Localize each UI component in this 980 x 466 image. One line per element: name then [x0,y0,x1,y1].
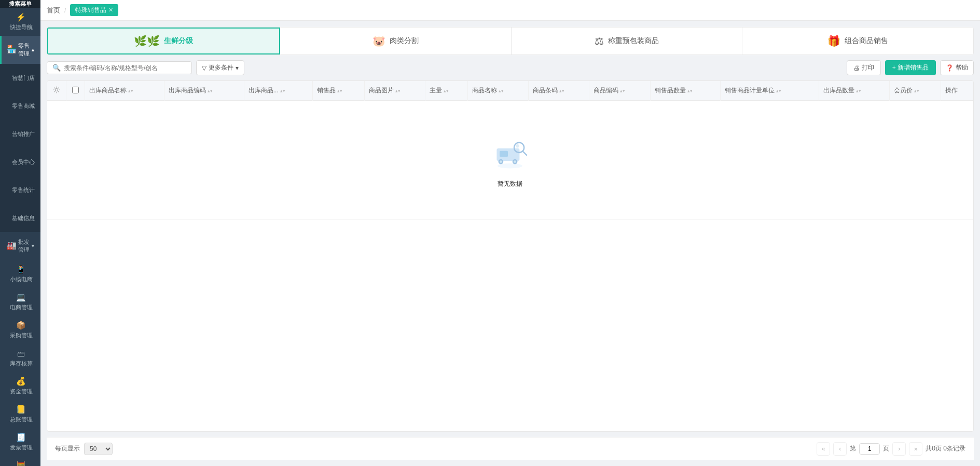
ecom-mgmt-icon: 💻 [16,293,26,302]
data-table-wrap: 出库商品名称 ▴▾ 出库商品编码 ▴▾ 出库商品 [47,80,974,432]
col-out-code[interactable]: 出库商品编码 ▴▾ [164,81,244,101]
mini-ecom-label: 小畅电商 [10,276,33,283]
member-label: 会员中心 [12,158,35,166]
sort-icon-product-code: ▴▾ [620,88,625,93]
pagination-bar: 每页显示 20 50 100 « ‹ 第 页 › [47,437,974,460]
cat-tab-weigh-pack[interactable]: ⚖ 称重预包装商品 [512,28,743,54]
col-sales-unit[interactable]: 销售商品计量单位 ▴▾ [721,81,819,101]
smart-store-label: 智慧门店 [12,74,35,82]
sidebar-item-ledger[interactable]: 📒 总账管理 [0,400,40,428]
page-input[interactable] [859,443,880,455]
select-all-checkbox[interactable] [72,87,79,93]
weigh-pack-icon: ⚖ [595,35,604,47]
help-button[interactable]: ❓ 帮助 [940,60,974,75]
active-tab-tag[interactable]: 特殊销售品 ✕ [70,4,118,16]
first-page-icon: « [822,445,825,453]
sidebar-logo-text: 搜索菜单 [9,0,32,8]
sidebar-item-invoice[interactable]: 🧾 发票管理 [0,428,40,456]
sort-icon-sales-qty: ▴▾ [687,88,693,93]
print-button[interactable]: 🖨 打印 [847,60,881,75]
page-unit: 页 [883,444,889,453]
col-product-code[interactable]: 商品编码 ▴▾ [589,81,650,101]
sidebar-item-tax[interactable]: 🧮 税务管理 [0,456,40,466]
filter-button[interactable]: ▽ 更多条件 ▾ [196,60,244,75]
help-icon: ❓ [946,64,954,72]
col-check[interactable] [66,81,85,101]
sort-icon-sales-item: ▴▾ [337,88,342,93]
table-body: 暂无数据 [47,101,973,220]
col-out-name[interactable]: 出库商品名称 ▴▾ [85,81,164,101]
filter-label: 更多条件 [209,63,233,72]
col-barcode-label: 商品条码 [533,86,558,95]
gear-icon [53,86,60,93]
search-input[interactable] [64,64,186,72]
last-page-button[interactable]: » [909,442,922,456]
sidebar-item-purchase[interactable]: 📦 采购管理 [0,316,40,344]
breadcrumb-separator: / [64,7,66,14]
sidebar-item-mini-ecom[interactable]: 📱 小畅电商 [0,260,40,288]
col-member-price[interactable]: 会员价 ▴▾ [889,81,941,101]
meat-split-icon: 🐷 [372,35,385,47]
sidebar-item-finance[interactable]: 💰 资金管理 [0,372,40,400]
wholesale-label: 批发管理 [17,238,31,254]
col-gear[interactable] [47,81,66,101]
col-out-qty-label: 出库品数量 [823,86,854,95]
first-page-button[interactable]: « [817,442,830,456]
col-product-img[interactable]: 商品图片 ▴▾ [364,81,425,101]
svg-point-5 [500,160,502,163]
fresh-grade-label: 生鲜分级 [164,36,193,46]
combo-sales-icon: 🎁 [827,35,840,47]
sidebar-item-promotion[interactable]: 营销推广 [0,120,40,148]
sort-icon-out-code: ▴▾ [208,88,213,93]
col-main-weight[interactable]: 主量 ▴▾ [425,81,467,101]
col-main-weight-label: 主量 [430,86,442,95]
inventory-label: 库存核算 [10,360,33,367]
add-label: + 新增销售品 [892,63,929,72]
col-sales-item[interactable]: 销售品 ▴▾ [313,81,364,101]
sort-icon-out-spec: ▴▾ [280,88,285,93]
data-table: 出库商品名称 ▴▾ 出库商品编码 ▴▾ 出库商品 [47,81,973,220]
sidebar-item-retail-stats[interactable]: 零售统计 [0,176,40,204]
sidebar-item-member[interactable]: 会员中心 [0,148,40,176]
cat-tab-fresh-grade[interactable]: 🌿🌿 生鲜分级 [47,28,280,54]
purchase-icon: 📦 [16,321,26,330]
sidebar-item-inventory[interactable]: 🗃 库存核算 [0,344,40,372]
filter-chevron-icon: ▾ [236,64,239,72]
pagination-left: 每页显示 20 50 100 [55,443,113,455]
add-button[interactable]: + 新增销售品 [885,60,936,75]
breadcrumb-home[interactable]: 首页 [47,6,60,15]
inventory-icon: 🗃 [17,349,25,358]
col-product-name[interactable]: 商品名称 ▴▾ [467,81,528,101]
tab-close-icon[interactable]: ✕ [108,7,113,13]
sidebar-item-basic-info[interactable]: 基础信息 [0,204,40,232]
cat-tab-combo-sales[interactable]: 🎁 组合商品销售 [742,28,973,54]
sidebar-item-quick-nav[interactable]: ⚡ 快捷导航 [0,8,40,36]
promotion-label: 营销推广 [12,130,35,138]
col-out-spec[interactable]: 出库商品... ▴▾ [244,81,313,101]
sidebar-item-retail-mgmt[interactable]: 🏪 零售管理 ▲ [0,36,40,64]
col-sales-qty[interactable]: 销售品数量 ▴▾ [650,81,721,101]
search-box[interactable]: 🔍 [47,61,192,74]
active-tab-label: 特殊销售品 [75,6,106,15]
sidebar-item-smart-store[interactable]: 智慧门店 [0,64,40,92]
fresh-grade-icon: 🌿🌿 [134,35,160,47]
retail-stats-label: 零售统计 [12,186,35,194]
sidebar-item-ecom-mgmt[interactable]: 💻 电商管理 [0,288,40,316]
basic-info-label: 基础信息 [12,214,35,222]
cat-tab-meat-split[interactable]: 🐷 肉类分割 [280,28,512,54]
next-page-button[interactable]: › [892,442,906,456]
page-size-label: 每页显示 [55,444,80,453]
col-barcode[interactable]: 商品条码 ▴▾ [528,81,589,101]
sidebar-item-retail-mall[interactable]: 零售商城 [0,92,40,120]
weigh-pack-label: 称重预包装商品 [608,36,659,46]
sidebar-logo[interactable]: 搜索菜单 [0,0,40,8]
page-size-select[interactable]: 20 50 100 [84,443,113,455]
empty-text: 暂无数据 [498,180,522,188]
col-sales-unit-label: 销售商品计量单位 [725,86,775,95]
ledger-label: 总账管理 [10,416,33,423]
col-product-code-label: 商品编码 [593,86,618,95]
prev-page-button[interactable]: ‹ [833,442,847,456]
sidebar-item-wholesale[interactable]: 🏭 批发管理 ▼ [0,232,40,260]
col-out-qty[interactable]: 出库品数量 ▴▾ [819,81,890,101]
print-label: 打印 [862,63,874,72]
